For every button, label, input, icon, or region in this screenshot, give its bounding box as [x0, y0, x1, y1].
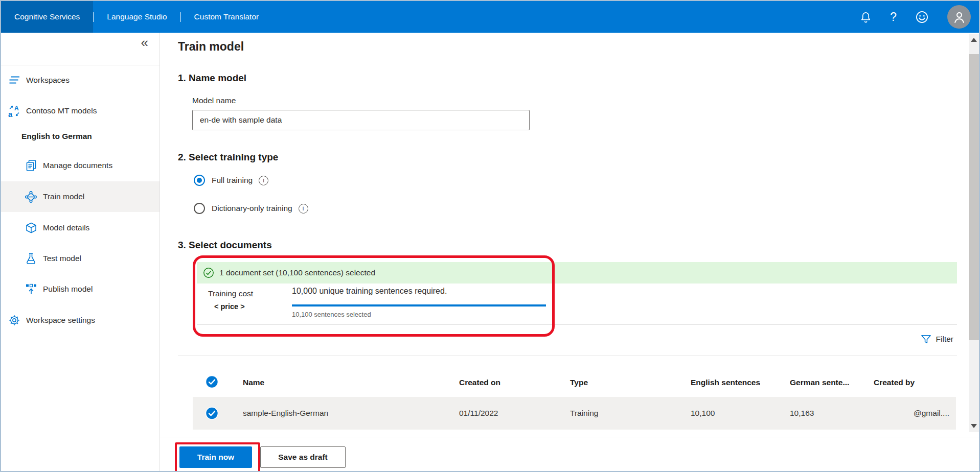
language-studio-link[interactable]: Language Studio [94, 12, 180, 21]
custom-translator-link[interactable]: Custom Translator [181, 12, 272, 21]
sidebar-item-test-model[interactable]: Test model [1, 243, 159, 274]
column-header-created-on[interactable]: Created on [459, 378, 500, 387]
column-header-created-by[interactable]: Created by [874, 378, 915, 387]
notifications-bell-icon[interactable] [860, 11, 872, 23]
radio-selected-icon[interactable] [194, 175, 205, 186]
cognitive-services-home[interactable]: Cognitive Services [1, 1, 93, 33]
column-header-english-sentences[interactable]: English sentences [691, 378, 760, 387]
name-model-heading: 1. Name model [178, 73, 246, 84]
radio-unselected-icon[interactable] [194, 203, 205, 214]
vertical-scrollbar[interactable] [969, 34, 979, 432]
table-top-divider [178, 356, 957, 356]
save-as-draft-button[interactable]: Save as draft [260, 446, 346, 468]
sidebar-item-model-details[interactable]: Model details [1, 213, 159, 243]
train-now-button[interactable]: Train now [179, 446, 252, 468]
cell-created-on: 01/11/2022 [459, 409, 498, 418]
scroll-down-arrow-icon[interactable] [971, 424, 977, 428]
cell-german-sentences: 10,163 [790, 409, 814, 418]
test-model-icon [24, 252, 38, 265]
training-cost-label: Training cost [208, 289, 253, 298]
translator-icon: a A [7, 104, 21, 117]
radio-label: Full training [212, 176, 253, 185]
info-icon[interactable]: i [259, 176, 268, 185]
manage-documents-icon [24, 159, 38, 172]
table-row[interactable]: sample-English-German 01/11/2022 Trainin… [193, 397, 956, 430]
sidebar-item-language-pair: English to German [1, 121, 159, 152]
scroll-up-arrow-icon[interactable] [971, 38, 977, 42]
select-all-checkbox[interactable] [205, 375, 219, 389]
training-cost-panel: Training cost < price > 10,000 unique tr… [197, 284, 957, 325]
train-model-icon [24, 191, 38, 203]
cell-english-sentences: 10,100 [691, 409, 715, 418]
select-documents-heading: 3. Select documents [178, 240, 272, 251]
svg-text:A: A [14, 105, 19, 112]
main-content: Train model 1. Name model Model name 2. … [160, 33, 979, 471]
required-sentences-text: 10,000 unique training sentences require… [292, 287, 447, 296]
feedback-smiley-icon[interactable] [915, 10, 929, 24]
filter-label: Filter [936, 335, 953, 344]
help-icon[interactable]: ? [890, 11, 897, 23]
column-header-german-sentences[interactable]: German sente... [790, 378, 849, 387]
success-check-icon [203, 267, 214, 278]
app-window: Cognitive Services Language Studio Custo… [0, 0, 980, 472]
radio-dictionary-only-training[interactable]: Dictionary-only training i [194, 203, 308, 214]
filter-funnel-icon [921, 334, 931, 344]
price-placeholder: < price > [214, 302, 245, 311]
model-name-label: Model name [192, 96, 236, 105]
sidebar-collapse-button[interactable]: « [141, 36, 148, 49]
scrollbar-thumb[interactable] [969, 54, 979, 340]
person-icon [952, 10, 966, 24]
selection-success-banner: 1 document set (10,100 sentences) select… [197, 262, 957, 284]
column-header-name[interactable]: Name [243, 378, 264, 387]
sidebar-item-workspaces[interactable]: Workspaces [1, 65, 159, 96]
brand-label: Cognitive Services [14, 12, 80, 21]
radio-full-training[interactable]: Full training i [194, 175, 268, 186]
model-details-icon [24, 222, 38, 234]
sidebar-item-workspace-settings[interactable]: Workspace settings [1, 305, 159, 336]
svg-text:a: a [8, 110, 13, 117]
cell-created-by: @gmail.... [914, 409, 949, 418]
publish-model-icon [24, 283, 38, 295]
sidebar-item-train-model[interactable]: Train model [1, 181, 159, 212]
column-header-type[interactable]: Type [570, 378, 588, 387]
footer-divider [160, 437, 979, 437]
selection-banner-text: 1 document set (10,100 sentences) select… [219, 268, 375, 277]
sidebar-navigation: « Workspaces a A Contoso MT models Engli… [1, 33, 160, 471]
cell-type: Training [570, 409, 598, 418]
radio-label: Dictionary-only training [212, 204, 292, 213]
sentence-progress-bar [292, 304, 546, 306]
top-navigation-bar: Cognitive Services Language Studio Custo… [1, 1, 979, 33]
workspaces-icon [7, 75, 21, 86]
page-title: Train model [178, 40, 244, 54]
info-icon[interactable]: i [299, 204, 308, 214]
row-checkbox[interactable] [205, 407, 219, 420]
topbar-actions: ? [860, 5, 979, 29]
account-avatar[interactable] [947, 5, 971, 29]
training-type-heading: 2. Select training type [178, 152, 278, 163]
sidebar-item-manage-documents[interactable]: Manage documents [1, 150, 159, 181]
filter-button[interactable]: Filter [921, 334, 953, 344]
cell-name: sample-English-German [243, 409, 328, 418]
sidebar-item-publish-model[interactable]: Publish model [1, 274, 159, 304]
selected-sentences-text: 10,100 sentences selected [292, 311, 371, 318]
gear-icon [7, 314, 21, 326]
model-name-input[interactable] [192, 110, 530, 130]
